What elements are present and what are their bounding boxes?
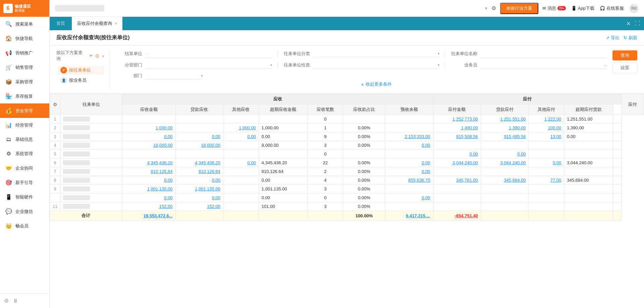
sidebar-item-inventory[interactable]: 🏪 库存核算 [0,89,49,103]
payable-amount-cell[interactable] [433,185,481,193]
sidebar-item-guide[interactable]: 🎯 新手引导 [0,175,49,190]
query-button[interactable]: 查询 [612,50,637,60]
loan-payable-cell[interactable] [481,185,528,193]
payable-amount-cell[interactable] [433,141,481,150]
sidebar-item-sales[interactable]: 🛒 销售管理 [0,60,49,75]
other-payable-cell[interactable] [529,193,564,202]
other-payable-cell[interactable]: 0.00 [529,159,564,167]
user-avatar[interactable]: Rit [629,4,639,13]
sidebar-item-finance[interactable]: 💰 资金管理 [0,103,49,118]
table-settings-header[interactable]: ⚙ [50,94,60,115]
salesperson-select[interactable]: ··· [480,61,607,69]
other-payable-cell[interactable]: 1,222.00 [529,115,564,124]
receivable-amount-cell[interactable]: 18,000.00 [122,141,175,150]
receivable-amount-cell[interactable] [122,150,175,159]
payable-amount-cell[interactable]: 345,761.00 [433,176,481,185]
app-download-item[interactable]: 📱 App下载 [571,5,594,11]
payable-amount-cell[interactable] [433,193,481,202]
other-receivable-cell[interactable] [223,176,259,185]
payable-amount-cell[interactable]: 1,252,773.00 [433,115,481,124]
payable-amount-cell[interactable]: 915,508.56 [433,132,481,141]
settings-footer-icon[interactable]: ⚙ [4,298,9,304]
dept-manager-select[interactable]: ▾ [145,62,272,69]
loan-receivable-cell[interactable]: 18,000.00 [175,141,223,150]
loan-payable-cell[interactable]: 1,251,551.00 [481,115,528,124]
sidebar-item-coop[interactable]: 🤝 企业协同 [0,161,49,175]
prepaid-balance-cell[interactable] [385,124,433,132]
other-payable-cell[interactable] [529,167,564,176]
loan-receivable-cell[interactable] [175,124,223,132]
settlement-unit-input[interactable]: ··· [145,50,272,58]
payable-amount-cell[interactable] [433,202,481,211]
refresh-button[interactable]: ↻ 刷新 [624,35,637,41]
loan-payable-cell[interactable]: 0.00 [481,150,528,159]
table-settings-icon[interactable]: ⚙ [53,102,57,107]
other-receivable-cell[interactable] [223,115,259,124]
other-payable-cell[interactable]: 13.00 [529,132,564,141]
sidebar-item-search[interactable]: 🔍 搜索菜单 [0,17,49,31]
sidebar-item-purchase[interactable]: 📦 采购管理 [0,75,49,89]
tab-close-icon[interactable]: × [115,21,117,26]
other-payable-cell[interactable] [529,185,564,193]
other-receivable-cell[interactable] [223,167,259,176]
tab-active[interactable]: 应收应付余额查询 × [72,17,122,30]
receivable-amount-cell[interactable]: 0.00 [122,193,175,202]
tab-fullscreen-icon[interactable]: ⛶ [635,20,640,27]
prepaid-balance-cell[interactable]: 0.00 [385,141,433,150]
prepaid-balance-cell[interactable] [385,202,433,211]
sidebar-item-quicknav[interactable]: 🏠 快捷导航 [0,31,49,46]
prepaid-balance-cell[interactable]: 0.00 [385,159,433,167]
filter-setting-icon[interactable]: ⊙ [95,53,99,58]
payable-amount-cell[interactable] [433,167,481,176]
other-receivable-cell[interactable]: 1,000.00 [223,124,259,132]
loan-receivable-cell[interactable]: 0.00 [175,176,223,185]
other-payable-cell[interactable]: 77.00 [529,176,564,185]
loan-payable-cell[interactable] [481,141,528,150]
partner-name-input[interactable] [480,50,607,58]
loan-payable-cell[interactable]: 345,684.00 [481,176,528,185]
filter-add-icon[interactable]: + [89,53,92,59]
solution-button[interactable]: 体验行业方案 [500,3,538,14]
partner-nature-select[interactable]: ▾ [313,62,440,69]
customer-service-item[interactable]: 🎧 在线客服 [600,5,624,11]
sidebar-item-marketing[interactable]: 📢 营销推广 [0,46,49,60]
sidebar-item-wechat[interactable]: 💬 企业微信 [0,204,49,219]
message-item[interactable]: ✉ 消息 99+ [542,5,566,11]
receivable-amount-cell[interactable]: 4,345,436.20 [122,159,175,167]
prepaid-balance-cell[interactable]: 655,636.75 [385,176,433,185]
loan-receivable-cell[interactable]: 810,126.64 [175,167,223,176]
loan-payable-cell[interactable] [481,202,528,211]
sidebar-item-member[interactable]: 👑 畅会员 [0,219,49,233]
loan-receivable-cell[interactable]: 0.00 [175,193,223,202]
loan-receivable-cell[interactable] [175,150,223,159]
receivable-amount-cell[interactable]: 0.00 [122,176,175,185]
receivable-amount-cell[interactable]: 810,126.64 [122,167,175,176]
loan-receivable-cell[interactable]: 1,001,135.00 [175,185,223,193]
loan-receivable-cell[interactable]: 0.00 [175,132,223,141]
payable-amount-cell[interactable]: 1,490.00 [433,124,481,132]
loan-payable-cell[interactable] [481,193,528,202]
loan-receivable-cell[interactable]: 4,345,436.20 [175,159,223,167]
other-receivable-cell[interactable] [223,150,259,159]
footer-receivable-amount[interactable]: 19,553,472,6... [122,211,175,221]
other-payable-cell[interactable] [529,141,564,150]
other-receivable-cell[interactable]: 0.00 [223,132,259,141]
filter-option-salesperson[interactable]: 👤 按业务员 [58,76,104,85]
receivable-amount-cell[interactable]: 152.00 [122,202,175,211]
other-receivable-cell[interactable] [223,202,259,211]
loan-payable-cell[interactable]: 1,390.00 [481,124,528,132]
other-receivable-cell[interactable]: 0.00 [223,159,259,167]
receivable-amount-cell[interactable]: 1,001,135.00 [122,185,175,193]
tab-home[interactable]: 首页 [50,17,72,30]
filter-option-partner[interactable]: P 按往来单位 [58,66,104,75]
receivable-amount-cell[interactable] [122,115,175,124]
sidebar-item-system[interactable]: ⚙ 系统管理 [0,146,49,161]
loan-payable-cell[interactable]: 3,044,240.00 [481,159,528,167]
prepaid-balance-cell[interactable]: 0.00 [385,167,433,176]
export-button[interactable]: ↗ 导出 [606,35,620,41]
other-payable-cell[interactable] [529,150,564,159]
partner-category-select[interactable]: ▾ [313,50,440,57]
filter-collapse-icon[interactable]: « [102,53,104,58]
loan-payable-cell[interactable] [481,167,528,176]
other-receivable-cell[interactable] [223,193,259,202]
